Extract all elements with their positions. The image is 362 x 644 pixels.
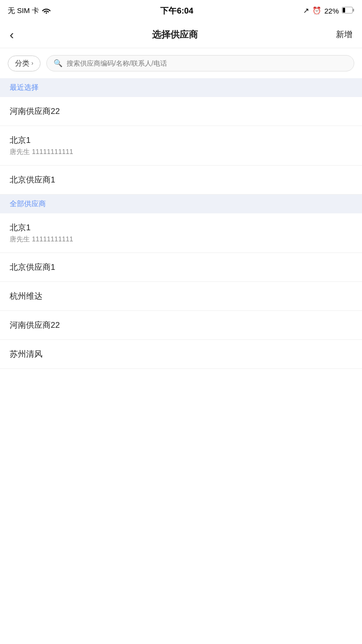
nav-bar: ‹ 选择供应商 新增 (0, 21, 362, 48)
item-sub: 唐先生 11111111111 (10, 235, 352, 244)
section-header-label: 最近选择 (10, 83, 39, 91)
category-label: 分类 (15, 59, 29, 68)
svg-rect-1 (343, 8, 345, 13)
status-time: 下午6:04 (160, 5, 193, 16)
battery-icon (342, 7, 354, 15)
no-sim-label: 无 SIM 卡 (8, 6, 39, 15)
back-button[interactable]: ‹ (10, 28, 14, 41)
section-header-label: 全部供应商 (10, 199, 46, 208)
status-right: ↗ ⏰ 22% (303, 6, 354, 15)
add-new-button[interactable]: 新增 (336, 29, 352, 40)
chevron-down-icon: › (31, 60, 33, 67)
supplier-list: 最近选择河南供应商22北京1唐先生 11111111111北京供应商1全部供应商… (0, 78, 362, 369)
svg-rect-2 (353, 9, 354, 12)
list-item[interactable]: 苏州清风 (0, 340, 362, 369)
item-name: 苏州清风 (10, 349, 352, 360)
battery-label: 22% (324, 7, 339, 15)
category-filter-button[interactable]: 分类 › (8, 56, 41, 71)
item-name: 河南供应商22 (10, 106, 352, 117)
section-header-all: 全部供应商 (0, 195, 362, 213)
search-box[interactable]: 🔍 (46, 55, 354, 71)
list-item[interactable]: 河南供应商22 (0, 311, 362, 340)
list-item[interactable]: 北京供应商1 (0, 253, 362, 282)
status-bar: 无 SIM 卡 下午6:04 ↗ ⏰ 22% (0, 0, 362, 21)
status-left: 无 SIM 卡 (8, 6, 51, 15)
page-title: 选择供应商 (152, 28, 198, 41)
item-name: 北京1 (10, 135, 352, 146)
search-icon: 🔍 (54, 59, 63, 68)
alarm-icon: ⏰ (312, 6, 321, 15)
list-item[interactable]: 北京1唐先生 11111111111 (0, 126, 362, 166)
list-item[interactable]: 北京供应商1 (0, 166, 362, 195)
location-icon: ↗ (303, 6, 309, 15)
item-sub: 唐先生 11111111111 (10, 148, 352, 156)
list-item[interactable]: 杭州维达 (0, 282, 362, 311)
list-item[interactable]: 河南供应商22 (0, 97, 362, 126)
item-name: 杭州维达 (10, 291, 352, 302)
item-name: 河南供应商22 (10, 320, 352, 331)
item-name: 北京1 (10, 222, 352, 233)
item-name: 北京供应商1 (10, 174, 352, 185)
section-header-recent: 最近选择 (0, 78, 362, 97)
list-item[interactable]: 北京1唐先生 11111111111 (0, 213, 362, 253)
filter-bar: 分类 › 🔍 (0, 48, 362, 78)
wifi-icon (42, 7, 51, 15)
item-name: 北京供应商1 (10, 262, 352, 273)
search-input[interactable] (67, 59, 347, 67)
